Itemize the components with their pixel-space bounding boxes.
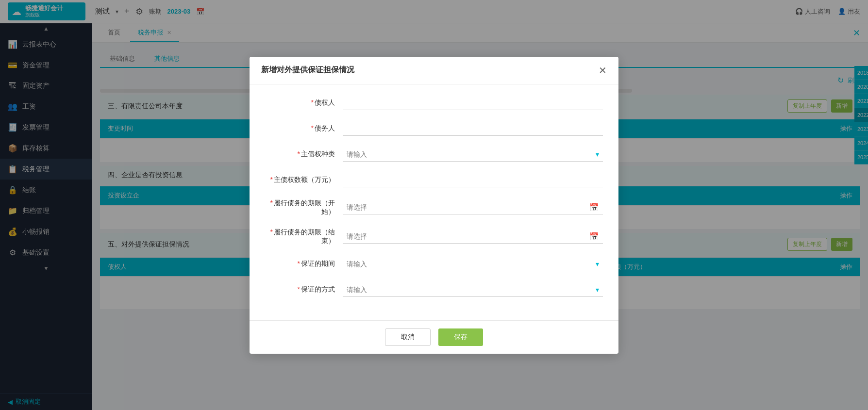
modal-footer: 取消 保存	[250, 320, 618, 354]
guarantee-method-label: *保证的方式	[265, 285, 343, 294]
debtor-label: *债务人	[265, 124, 343, 133]
debt-amount-label: *主债权数额（万元）	[265, 176, 343, 184]
guarantee-period-chevron-icon[interactable]: ▾	[596, 260, 603, 268]
form-row-guarantee-period: *保证的期间 ▾	[265, 257, 603, 271]
required-star: *	[298, 285, 300, 293]
modal: 新增对外提供保证担保情况 ✕ *债权人 *债务人 *主债权种类	[250, 57, 618, 354]
creditor-label: *债权人	[265, 98, 343, 107]
guarantee-period-select-wrapper: ▾	[343, 257, 603, 271]
creditor-input[interactable]	[343, 96, 603, 110]
form-row-creditor: *债权人	[265, 96, 603, 110]
debt-amount-input[interactable]	[343, 173, 603, 187]
modal-overlay: 新增对外提供保证担保情况 ✕ *债权人 *债务人 *主债权种类	[0, 0, 868, 410]
form-row-start-date: *履行债务的期限（开始） 📅	[265, 199, 603, 216]
modal-body: *债权人 *债务人 *主债权种类 ▾	[250, 84, 618, 320]
form-row-end-date: *履行债务的期限（结束） 📅	[265, 228, 603, 246]
modal-title: 新增对外提供保证担保情况	[261, 65, 354, 75]
guarantee-method-select-wrapper: ▾	[343, 283, 603, 297]
form-row-debt-amount: *主债权数额（万元）	[265, 173, 603, 187]
required-star: *	[311, 98, 314, 106]
cancel-button[interactable]: 取消	[385, 328, 431, 346]
required-star: *	[270, 176, 273, 183]
end-date-input[interactable]	[343, 230, 589, 243]
required-star: *	[270, 199, 273, 207]
debtor-input[interactable]	[343, 122, 603, 136]
required-star: *	[311, 124, 314, 132]
guarantee-period-input[interactable]	[343, 257, 596, 271]
form-row-debtor: *债务人	[265, 122, 603, 136]
debt-type-chevron-icon[interactable]: ▾	[596, 150, 603, 158]
start-date-label: *履行债务的期限（开始）	[265, 199, 343, 216]
required-star: *	[298, 150, 300, 158]
end-date-label: *履行债务的期限（结束）	[265, 228, 343, 246]
guarantee-method-chevron-icon[interactable]: ▾	[596, 286, 603, 294]
save-button[interactable]: 保存	[438, 328, 483, 346]
required-star: *	[270, 228, 273, 236]
form-row-debt-type: *主债权种类 ▾	[265, 148, 603, 162]
modal-header: 新增对外提供保证担保情况 ✕	[250, 57, 618, 84]
start-date-wrapper: 📅	[343, 200, 603, 214]
debt-type-input[interactable]	[343, 148, 596, 161]
modal-close-button[interactable]: ✕	[599, 65, 607, 76]
end-date-wrapper: 📅	[343, 230, 603, 244]
end-date-calendar-icon[interactable]: 📅	[589, 232, 603, 241]
debt-type-select-wrapper: ▾	[343, 148, 603, 162]
guarantee-period-label: *保证的期间	[265, 260, 343, 268]
required-star: *	[298, 260, 300, 267]
start-date-calendar-icon[interactable]: 📅	[589, 203, 603, 212]
debt-type-label: *主债权种类	[265, 150, 343, 159]
start-date-input[interactable]	[343, 200, 589, 214]
form-row-guarantee-method: *保证的方式 ▾	[265, 283, 603, 297]
guarantee-method-input[interactable]	[343, 283, 596, 296]
